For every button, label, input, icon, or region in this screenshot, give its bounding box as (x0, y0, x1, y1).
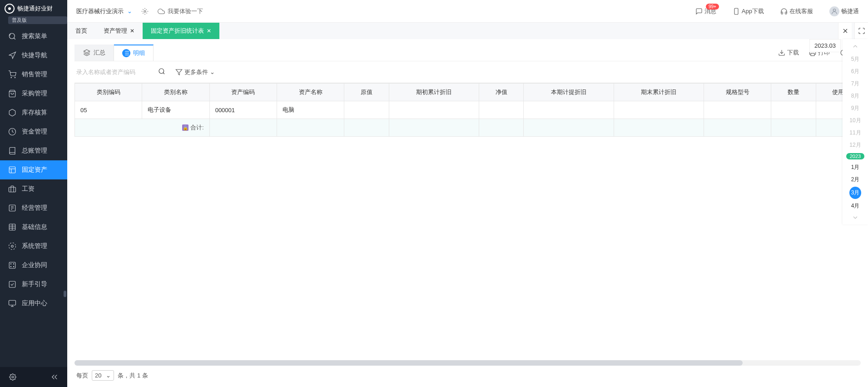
support-button[interactable]: 在线客服 (780, 7, 813, 15)
sidebar-item-5[interactable]: 资金管理 (0, 122, 67, 141)
nav-icon (8, 109, 16, 117)
sidebar-item-label: 经营管理 (22, 204, 47, 212)
nav-icon (8, 32, 16, 40)
cloud-icon (158, 8, 165, 15)
app-download-button[interactable]: App下载 (733, 7, 764, 15)
column-header[interactable]: 资产编码 (209, 84, 277, 101)
nav-icon (8, 204, 16, 212)
sidebar-nav: 搜索菜单快捷导航销售管理采购管理库存核算资金管理总账管理固定资产工资经营管理基础… (0, 27, 67, 367)
data-table: 类别编码类别名称资产编码资产名称原值期初累计折旧净值本期计提折旧期末累计折旧规格… (74, 83, 861, 137)
settings-icon[interactable] (9, 373, 16, 381)
fullscreen-button[interactable] (854, 23, 868, 39)
more-filter-button[interactable]: 更多条件 ⌄ (175, 68, 215, 76)
nav-icon (8, 89, 16, 98)
tab-0[interactable]: 首页 (67, 23, 95, 39)
period-prev-button[interactable] (850, 41, 861, 53)
period-month[interactable]: 6月 (843, 65, 868, 78)
org-settings-button[interactable] (141, 8, 149, 15)
sidebar-item-14[interactable]: 应用中心 (0, 294, 67, 313)
column-header[interactable]: 期初累计折旧 (389, 84, 479, 101)
period-month[interactable]: 9月 (843, 102, 868, 114)
tab-close-icon[interactable]: ✕ (207, 28, 211, 34)
svg-point-25 (13, 263, 14, 264)
table-row[interactable]: 05电子设备000001电脑 (75, 101, 861, 119)
svg-rect-29 (9, 300, 16, 305)
period-month[interactable]: 10月 (843, 114, 868, 127)
sidebar-item-2[interactable]: 销售管理 (0, 65, 67, 84)
total-cell (704, 119, 771, 137)
close-all-tabs-button[interactable] (838, 23, 852, 39)
sidebar-item-8[interactable]: 工资 (0, 179, 67, 198)
column-header[interactable]: 资产名称 (277, 84, 344, 101)
search-input[interactable] (74, 66, 152, 78)
period-month[interactable]: 2月 (843, 174, 868, 186)
brand-header: 畅捷通好业财 (0, 0, 67, 17)
column-header[interactable]: 本期计提折旧 (524, 84, 614, 101)
svg-point-22 (9, 243, 16, 250)
sidebar-item-6[interactable]: 总账管理 (0, 141, 67, 160)
org-selector[interactable]: 医疗器械行业演示 ⌄ (76, 7, 132, 15)
try-button[interactable]: 我要体验一下 (158, 7, 203, 15)
tab-label: 固定资产折旧统计表 (151, 27, 204, 35)
column-header[interactable]: 规格型号 (704, 84, 771, 101)
collapse-icon[interactable] (51, 373, 58, 381)
period-current: 2023.03 (809, 39, 841, 52)
sidebar-item-11[interactable]: 系统管理 (0, 237, 67, 256)
view-tab-summary[interactable]: 汇总 (74, 45, 114, 61)
svg-marker-39 (84, 50, 89, 53)
column-header[interactable]: 期末累计折旧 (614, 84, 704, 101)
search-button[interactable] (156, 66, 167, 78)
period-month[interactable]: 1月 (843, 161, 868, 174)
sidebar-item-9[interactable]: 经营管理 (0, 198, 67, 218)
tab-1[interactable]: 资产管理✕ (95, 23, 143, 39)
svg-line-1 (14, 38, 15, 39)
sidebar-item-0[interactable]: 搜索菜单 (0, 27, 67, 46)
period-next-button[interactable] (850, 212, 861, 224)
scrollbar-thumb[interactable] (74, 360, 743, 366)
tab-close-icon[interactable]: ✕ (130, 28, 134, 34)
messages-button[interactable]: 消息 99+ (695, 7, 716, 15)
period-month[interactable]: 7月 (843, 78, 868, 90)
svg-point-6 (15, 77, 15, 78)
sidebar-item-7[interactable]: 固定资产 (0, 160, 67, 179)
column-header[interactable]: 净值 (479, 84, 523, 101)
sidebar-item-10[interactable]: 基础信息 (0, 218, 67, 237)
download-button[interactable]: 下载 (778, 49, 799, 57)
sidebar-item-13[interactable]: 新手引导 (0, 275, 67, 294)
search-icon (158, 68, 165, 75)
period-month[interactable]: 12月 (843, 139, 868, 151)
sidebar-item-12[interactable]: 企业协同 (0, 256, 67, 275)
horizontal-scrollbar[interactable] (74, 360, 861, 366)
period-month[interactable]: 8月 (843, 90, 868, 102)
pagination-suffix: 条，共 1 条 (118, 372, 148, 380)
column-header[interactable]: 类别名称 (142, 84, 209, 101)
column-header[interactable]: 原值 (344, 84, 389, 101)
svg-line-49 (163, 73, 164, 74)
sidebar-item-1[interactable]: 快捷导航 (0, 46, 67, 65)
user-menu[interactable]: 畅捷通 (829, 6, 859, 16)
total-cell (479, 119, 523, 137)
sidebar-item-4[interactable]: 库存核算 (0, 103, 67, 122)
period-month[interactable]: 5月 (843, 53, 868, 65)
per-page-select[interactable]: 20 ⌄ (92, 370, 114, 381)
total-cell (277, 119, 344, 137)
period-panel: 5月6月7月8月9月10月11月12月20231月2月3月4月 (843, 39, 868, 224)
sidebar-item-3[interactable]: 采购管理 (0, 84, 67, 103)
column-header[interactable]: 数量 (771, 84, 816, 101)
tab-2[interactable]: 固定资产折旧统计表✕ (143, 23, 219, 39)
total-cell (209, 119, 277, 137)
sidebar-item-label: 资金管理 (22, 128, 47, 136)
view-tab-detail[interactable]: 明细 (114, 45, 154, 61)
avatar-icon (829, 6, 839, 16)
sidebar-scrollbar[interactable] (64, 291, 66, 297)
table-wrap[interactable]: 类别编码类别名称资产编码资产名称原值期初累计折旧净值本期计提折旧期末累计折旧规格… (74, 83, 861, 358)
nav-icon (8, 147, 16, 155)
total-row: 🔒合计: (75, 119, 861, 137)
period-month[interactable]: 11月 (843, 127, 868, 139)
per-page-label: 每页 (76, 372, 88, 380)
period-month[interactable]: 3月 (849, 187, 861, 199)
period-month[interactable]: 4月 (843, 200, 868, 212)
table-header-row: 类别编码类别名称资产编码资产名称原值期初累计折旧净值本期计提折旧期末累计折旧规格… (75, 84, 861, 101)
svg-marker-50 (176, 69, 182, 75)
column-header[interactable]: 类别编码 (75, 84, 142, 101)
